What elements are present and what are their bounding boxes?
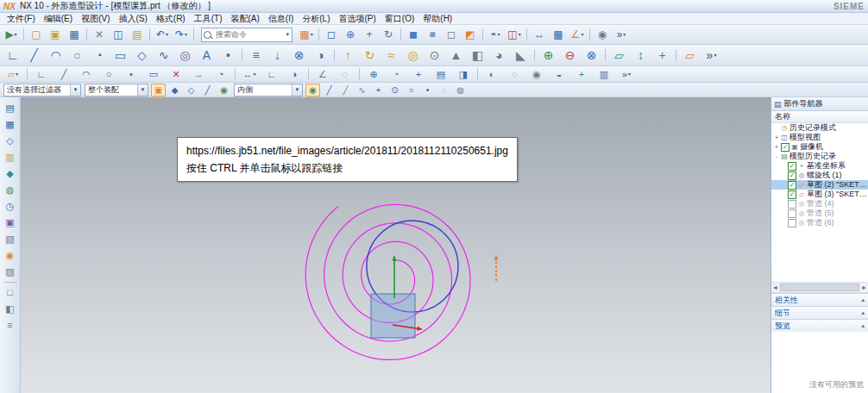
save-icon[interactable]: ▦ — [66, 27, 83, 43]
wireframe-icon[interactable]: ◻ — [443, 27, 460, 43]
zoom-in-tool-icon[interactable]: ⊕ — [363, 67, 384, 81]
crosshair-tool-icon[interactable]: + — [408, 67, 429, 81]
snap-control-point-icon[interactable]: ∿ — [355, 84, 369, 97]
show-object-icon[interactable]: ◉ — [526, 67, 547, 81]
fillet-tool-icon[interactable]: ◔ — [211, 67, 231, 81]
snapshot-icon[interactable]: ◉ — [594, 27, 611, 43]
pan-icon[interactable]: + — [361, 27, 378, 43]
window-layout-icon[interactable]: ▦▾ — [298, 27, 315, 43]
snap-toggle-icon[interactable]: ▣ — [151, 84, 166, 97]
unite-icon[interactable]: ⊕ — [538, 46, 558, 65]
rectangle-icon[interactable]: ▭ — [110, 46, 130, 65]
tree-item[interactable]: ◷历史记录模式 — [771, 123, 868, 133]
dropdown-arrow-icon[interactable]: ▾ — [311, 28, 313, 42]
layer-visible-icon[interactable]: ▥ — [594, 67, 614, 81]
reuse-library-icon[interactable]: ▥ — [2, 150, 19, 165]
profile-tool-icon[interactable]: ∟ — [31, 67, 52, 81]
checkbox[interactable]: ✓ — [788, 181, 796, 190]
subtract-icon[interactable]: ⊖ — [560, 46, 580, 65]
show-constraints-icon[interactable]: ∠ — [312, 67, 333, 81]
dropdown-arrow-icon[interactable]: ▾ — [15, 28, 17, 42]
intersect-icon[interactable]: ⊗ — [582, 46, 601, 65]
section-details[interactable]: 细节 ▴ — [771, 306, 868, 319]
point-icon[interactable]: • — [218, 46, 238, 65]
more-features-icon[interactable]: »▾ — [701, 46, 721, 65]
snap-existing-point-icon[interactable]: • — [420, 84, 435, 97]
snap-midpoint-icon[interactable]: ╱ — [338, 84, 353, 97]
snap-point-on-curve-icon[interactable]: ◌ — [437, 84, 451, 97]
more-sketch-icon[interactable]: »▾ — [616, 67, 637, 81]
dropdown-arrow-icon[interactable]: ▾ — [623, 28, 626, 42]
highlight-icon[interactable]: ◉ — [217, 84, 231, 97]
zoom-icon[interactable]: ⊕ — [342, 27, 359, 43]
system-materials-icon[interactable]: ▨ — [2, 265, 19, 279]
more-standard-icon[interactable]: »▾ — [613, 27, 630, 43]
menu-analysis[interactable]: 分析(L) — [298, 13, 334, 25]
sketch-in-task-icon[interactable]: ▱▾ — [3, 67, 23, 81]
tree-item[interactable]: ✓▱草图 (2) "SKETCH_0..." — [771, 180, 868, 190]
curve-rule-combo[interactable]: 内側 ▼ — [234, 84, 303, 97]
new-icon[interactable]: ▢ — [28, 27, 45, 43]
project-curve-icon[interactable]: ↓ — [267, 46, 287, 65]
menu-window[interactable]: 窗口(O) — [381, 13, 418, 25]
move-object-icon[interactable]: ↔ — [531, 27, 548, 43]
start-icon[interactable]: ▶▾ — [3, 27, 20, 43]
assembly-navigator-icon[interactable]: ▦ — [2, 117, 19, 132]
point-tool-icon[interactable]: • — [121, 67, 142, 81]
shaded-with-edges-icon[interactable]: ◼ — [405, 27, 422, 43]
helix-curve-icon[interactable]: ◎ — [175, 46, 195, 65]
tree-item[interactable]: -▤模型历史记录 — [771, 152, 868, 161]
snap-point-toggle-icon[interactable]: ◉ — [305, 84, 320, 97]
geometric-constraints-icon[interactable]: ∟ — [261, 67, 282, 81]
hide-object-icon[interactable]: ◌ — [504, 67, 525, 81]
sweep-icon[interactable]: ≈ — [381, 46, 401, 65]
scroll-thumb[interactable] — [780, 284, 859, 291]
polygon-icon[interactable]: ◇ — [132, 46, 152, 65]
select-edge-icon[interactable]: ╱ — [200, 84, 215, 97]
combo-dropdown-icon[interactable]: ▼ — [292, 84, 302, 96]
menu-preferences[interactable]: 首选项(P) — [335, 13, 381, 25]
combo-dropdown-icon[interactable]: ▼ — [70, 84, 80, 96]
quick-trim-icon[interactable]: ✕ — [166, 67, 186, 81]
screen-lock-icon[interactable]: ◧ — [2, 302, 19, 316]
combo-dropdown-icon[interactable]: ▼ — [137, 84, 148, 96]
fillet-icon[interactable]: ◔ — [89, 46, 109, 65]
snap-endpoint-icon[interactable]: ╱ — [322, 84, 337, 97]
snap-point-on-face-icon[interactable]: ◍ — [453, 84, 468, 97]
revolve-icon[interactable]: ↻ — [360, 46, 380, 65]
tube-icon[interactable]: ◎ — [403, 46, 423, 65]
hd3d-tools-icon[interactable]: ◆ — [2, 166, 19, 181]
expander-icon[interactable]: - — [773, 152, 780, 161]
hole-icon[interactable]: ⊙ — [425, 46, 444, 65]
tree-item[interactable]: ✓+基准坐标系 — [771, 161, 868, 171]
dropdown-arrow-icon[interactable]: ▾ — [166, 28, 168, 42]
history-icon[interactable]: ◷ — [2, 199, 19, 214]
snap-quadrant-icon[interactable]: ○ — [404, 84, 418, 97]
resource-options-icon[interactable]: ≡ — [2, 318, 19, 333]
selection-scope-combo[interactable]: 整个装配 ▼ — [85, 84, 148, 97]
datum-axis-icon[interactable]: ↕ — [631, 46, 651, 65]
menu-file[interactable]: 文件(F) — [3, 13, 40, 25]
layer-settings-icon[interactable]: ▤ — [431, 67, 451, 81]
part-navigator-icon[interactable]: ▤ — [2, 101, 19, 115]
snap-intersection-icon[interactable]: + — [371, 84, 386, 97]
quick-extend-icon[interactable]: → — [188, 67, 209, 81]
object-display-icon[interactable]: ◨ — [453, 67, 474, 81]
tree-item[interactable]: +✓▣摄像机 — [771, 142, 868, 152]
wcs-display-icon[interactable]: + — [571, 67, 592, 81]
touch-mode-icon[interactable]: □ — [2, 285, 19, 300]
shaded-icon[interactable]: ■ — [424, 27, 441, 43]
search-dropdown-icon[interactable]: ▾ — [285, 31, 290, 38]
dropdown-arrow-icon[interactable]: ▾ — [714, 47, 716, 64]
snap-arc-center-icon[interactable]: ⊙ — [387, 84, 402, 97]
arc-icon[interactable]: ◠ — [46, 46, 66, 65]
dropdown-arrow-icon[interactable]: ▾ — [519, 28, 521, 42]
tree-item[interactable]: ◎管道 (6) — [771, 218, 868, 228]
section-view-icon[interactable]: ◫▾ — [506, 27, 523, 43]
command-search[interactable]: ▾ — [201, 28, 292, 42]
dropdown-arrow-icon[interactable]: ▾ — [628, 68, 631, 80]
tree-item[interactable]: ◎管道 (4) — [771, 199, 868, 209]
copy-icon[interactable]: ◫ — [110, 27, 127, 43]
dropdown-arrow-icon[interactable]: ▾ — [16, 68, 18, 80]
measure-icon[interactable]: ∠▾ — [569, 27, 586, 43]
